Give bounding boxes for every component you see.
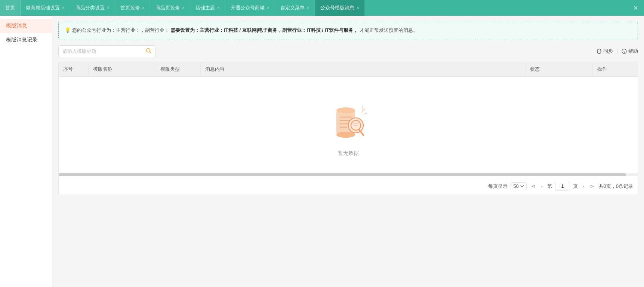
last-page-button[interactable]: ⊳ xyxy=(589,183,596,190)
sync-label: 同步 xyxy=(603,48,613,55)
sidebar: 模版消息 模版消息记录 xyxy=(0,16,52,287)
main-layout: 模版消息 模版消息记录 💡 您的公众号行业为：主营行业：，副营行业： 需要设置为… xyxy=(0,16,644,287)
pagination: 每页显示 50 ⊲ ‹ 第 页 › ⊳ 共0页，0条记录 xyxy=(59,178,638,195)
nav-tab-store-theme-label: 店铺主题 xyxy=(195,4,215,11)
nav-tab-home-label: 首页 xyxy=(5,4,15,11)
close-icon[interactable]: × xyxy=(217,5,220,10)
notice-prefix: 您的公众号行业为：主营行业：，副营行业： xyxy=(72,27,169,33)
nav-tab-template-msg[interactable]: 公众号模版消息 × xyxy=(315,0,365,16)
notice-highlight: 需要设置为：主营行业：IT科技 / 互联网|电子商务，副营行业：IT科技 / I… xyxy=(170,27,358,33)
close-icon[interactable]: × xyxy=(357,5,359,10)
sidebar-item-template-records[interactable]: 模版消息记录 xyxy=(0,33,52,47)
help-label: 帮助 xyxy=(628,48,638,55)
nav-tab-store-theme[interactable]: 店铺主题 × xyxy=(190,0,225,16)
search-input[interactable] xyxy=(62,48,146,54)
svg-point-6 xyxy=(336,107,355,113)
th-actions: 操作 xyxy=(593,62,638,76)
page-di-label: 第 xyxy=(547,183,552,190)
sidebar-item-template-msg[interactable]: 模版消息 xyxy=(0,19,52,33)
empty-state: 暂无数据 xyxy=(59,77,638,172)
nav-tab-template-msg-label: 公众号模版消息 xyxy=(320,4,354,11)
close-icon[interactable]: × xyxy=(182,5,185,10)
notice-suffix: 才能正常发送预置的消息。 xyxy=(360,27,418,33)
close-icon[interactable]: × xyxy=(62,5,65,10)
nav-tab-shop-settings-label: 微商城店铺设置 xyxy=(26,4,60,11)
search-input-wrap[interactable] xyxy=(58,45,155,57)
scrollbar-thumb[interactable] xyxy=(59,173,626,176)
nav-tab-product-decor[interactable]: 商品页装修 × xyxy=(150,0,190,16)
th-type: 模版类型 xyxy=(156,62,201,76)
close-icon[interactable]: × xyxy=(142,5,145,10)
scrollbar-area[interactable] xyxy=(59,173,638,176)
svg-line-18 xyxy=(363,113,367,114)
notice-icon: 💡 xyxy=(65,27,71,33)
nav-tab-open-mall-label: 开通公众号商城 xyxy=(231,4,265,11)
sidebar-item-template-msg-label: 模版消息 xyxy=(6,22,27,28)
empty-text: 暂无数据 xyxy=(338,150,359,157)
toolbar-divider: | xyxy=(617,48,618,54)
content-area: 💡 您的公众号行业为：主营行业：，副营行业： 需要设置为：主营行业：IT科技 /… xyxy=(52,16,644,287)
search-button[interactable] xyxy=(146,48,151,55)
top-nav: 首页 微商城店铺设置 × 商品分类设置 × 首页装修 × 商品页装修 × 店铺主… xyxy=(0,0,644,16)
svg-text:?: ? xyxy=(623,50,625,53)
nav-tab-home[interactable]: 首页 xyxy=(0,0,21,16)
page-size-value: 50 xyxy=(513,183,518,189)
page-number-input[interactable] xyxy=(555,182,570,191)
nav-tab-homepage-decor[interactable]: 首页装修 × xyxy=(115,0,150,16)
page-size-label: 每页显示 xyxy=(488,183,508,190)
nav-tab-category[interactable]: 商品分类设置 × xyxy=(70,0,115,16)
nav-tab-homepage-decor-label: 首页装修 xyxy=(120,4,140,11)
sidebar-item-template-records-label: 模版消息记录 xyxy=(6,37,37,43)
nav-tab-category-label: 商品分类设置 xyxy=(76,4,105,11)
th-status: 状态 xyxy=(526,62,593,76)
search-bar: 同步 | ? 帮助 xyxy=(58,45,638,57)
total-text: 共0页，0条记录 xyxy=(599,183,633,190)
nav-tab-shop-settings[interactable]: 微商城店铺设置 × xyxy=(21,0,70,16)
help-button[interactable]: ? 帮助 xyxy=(622,48,638,55)
nav-tab-custom-menu[interactable]: 自定义菜单 × xyxy=(275,0,315,16)
empty-illustration xyxy=(326,99,371,144)
nav-tab-open-mall[interactable]: 开通公众号商城 × xyxy=(225,0,275,16)
nav-tab-product-decor-label: 商品页装修 xyxy=(155,4,180,11)
first-page-button[interactable]: ⊲ xyxy=(530,183,537,190)
close-icon[interactable]: × xyxy=(107,5,110,10)
close-icon[interactable]: × xyxy=(267,5,269,10)
close-icon[interactable]: × xyxy=(307,5,309,10)
sync-button[interactable]: 同步 xyxy=(597,48,613,55)
table-wrap: 序号 模版名称 模版类型 消息内容 状态 操作 xyxy=(58,62,638,195)
svg-point-7 xyxy=(336,132,355,138)
th-name: 模版名称 xyxy=(89,62,156,76)
next-page-button[interactable]: › xyxy=(581,183,585,190)
notice-banner: 💡 您的公众号行业为：主营行业：，副营行业： 需要设置为：主营行业：IT科技 /… xyxy=(58,22,638,39)
page-size-select[interactable]: 50 xyxy=(511,182,526,190)
nav-tab-custom-menu-label: 自定义菜单 xyxy=(280,4,305,11)
page-unit: 页 xyxy=(573,183,578,190)
svg-line-1 xyxy=(150,52,151,53)
prev-page-button[interactable]: ‹ xyxy=(540,183,544,190)
th-index: 序号 xyxy=(59,62,89,76)
th-content: 消息内容 xyxy=(201,62,526,76)
close-all-button[interactable]: ✕ xyxy=(627,4,644,12)
toolbar-right: 同步 | ? 帮助 xyxy=(597,48,638,55)
table-header: 序号 模版名称 模版类型 消息内容 状态 操作 xyxy=(59,62,638,77)
